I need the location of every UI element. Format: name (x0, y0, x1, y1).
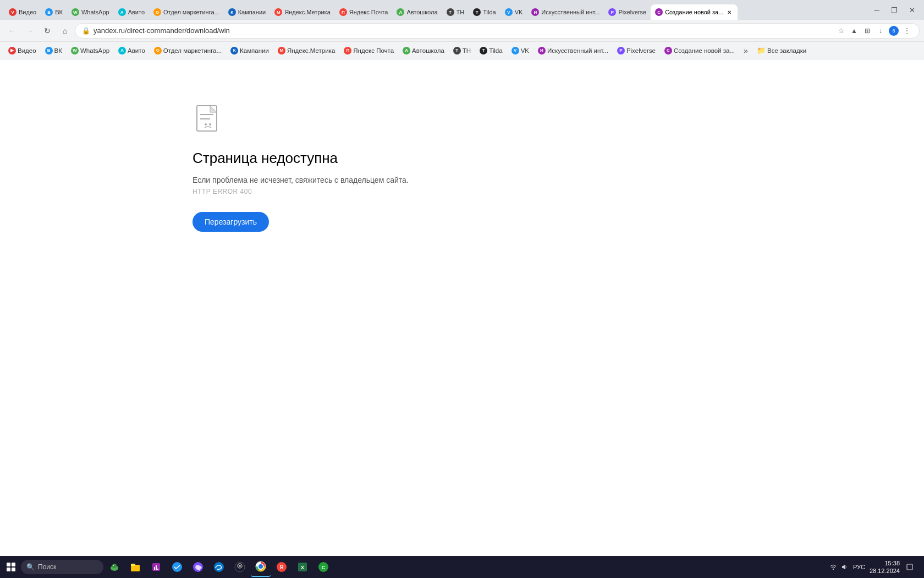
taskbar-app-turtle[interactable] (105, 557, 124, 577)
tab-close-active[interactable]: ✕ (725, 8, 733, 16)
error-container: Страница недоступна Если проблема не исч… (193, 103, 409, 232)
bookmark-favicon-video: ▶ (8, 47, 16, 54)
window-controls: ─ ❐ ✕ (869, 2, 920, 18)
tab-tilda[interactable]: T Tilda (469, 4, 500, 20)
download-icon[interactable]: ↓ (875, 25, 886, 36)
taskbar-app-explorer[interactable] (125, 557, 145, 577)
bookmark-label-metrika: Яндекс.Метрика (287, 47, 335, 54)
sber-icon: С (318, 561, 329, 572)
bookmark-tilda[interactable]: T Tilda (476, 45, 507, 57)
tab-vk2[interactable]: V VK (501, 4, 527, 20)
taskbar-apps: Я X С (105, 557, 823, 577)
back-button[interactable]: ← (4, 23, 20, 39)
tab-marketing[interactable]: О Отдел маркетинга... (149, 4, 224, 20)
tab-video[interactable]: V Видео (4, 4, 41, 20)
tab-whatsapp[interactable]: W WhatsApp (67, 4, 114, 20)
taskbar-app-viber[interactable] (188, 557, 208, 577)
tab-label-video: Видео (19, 9, 36, 15)
close-button[interactable]: ✕ (904, 2, 920, 18)
bookmark-video[interactable]: ▶ Видео (4, 45, 40, 57)
bookmark-vk[interactable]: В ВК (41, 45, 66, 57)
tab-label-vk: ВК (55, 9, 63, 15)
bookmark-pixelverse[interactable]: P Pixelverse (613, 45, 659, 57)
bookmark-favicon-whatsapp: W (71, 47, 79, 54)
svg-point-3 (205, 123, 207, 126)
language-indicator[interactable]: РУС (851, 564, 867, 570)
tab-pixelverse[interactable]: P Pixelverse (604, 4, 651, 20)
forward-button[interactable]: → (22, 23, 37, 39)
wifi-icon[interactable]: ▲ (849, 25, 860, 36)
minimize-button[interactable]: ─ (869, 2, 884, 18)
taskbar-app-chrome[interactable] (251, 557, 271, 577)
tab-list: V Видео В ВК W WhatsApp A Авито О Отдел … (4, 0, 868, 20)
steam-icon (234, 561, 245, 572)
bookmark-favicon-ai: И (538, 47, 546, 54)
tab-mail[interactable]: П Яндекс Почта (335, 4, 393, 20)
star-icon[interactable]: ☆ (835, 25, 846, 36)
profile-icon[interactable]: 6 (888, 25, 899, 36)
turtle-icon (108, 561, 120, 573)
bookmark-label-vk2: VK (521, 47, 529, 54)
address-bar[interactable]: 🔒 yandex.ru/direct-commander/download/wi… (75, 23, 920, 39)
extensions-icon[interactable]: ⊞ (862, 25, 873, 36)
tab-active[interactable]: С Создание новой за... ✕ (651, 4, 738, 20)
taskbar-search[interactable]: 🔍 Поиск (21, 560, 103, 574)
task-manager-icon (151, 561, 162, 572)
bookmark-mail[interactable]: П Яндекс Почта (340, 45, 398, 57)
restore-button[interactable]: ❐ (887, 2, 902, 18)
tab-campaigns[interactable]: К Кампании (224, 4, 271, 20)
taskbar-app-sber[interactable]: С (314, 557, 333, 577)
tab-label-autoshkola: Автошкола (406, 9, 437, 15)
tray-volume-icon[interactable] (840, 563, 849, 571)
bookmark-ai[interactable]: И Искусственный инт... (534, 45, 612, 57)
taskbar-app-task[interactable] (146, 557, 166, 577)
notification-button[interactable] (902, 559, 917, 575)
bookmark-whatsapp[interactable]: W WhatsApp (67, 45, 113, 57)
bookmark-autoshkola[interactable]: A Автошкола (399, 45, 448, 57)
tab-favicon-active: С (655, 8, 663, 16)
reload-page-button[interactable]: Перезагрузить (193, 212, 269, 232)
error-desc: Если проблема не исчезнет, свяжитесь с в… (193, 176, 409, 184)
tab-favicon-metrika: М (274, 8, 282, 16)
tab-vk[interactable]: В ВК (41, 4, 67, 20)
bookmark-marketing[interactable]: О Отдел маркетинга... (150, 45, 226, 57)
bookmarks-more-button[interactable]: » (740, 45, 752, 57)
svg-rect-9 (131, 564, 135, 566)
taskbar-app-yandex[interactable]: Я (272, 557, 292, 577)
tray-wifi-icon[interactable] (829, 563, 838, 571)
taskbar-app-telegram[interactable] (167, 557, 187, 577)
tab-th[interactable]: T TH (442, 4, 469, 20)
bookmark-metrika[interactable]: М Яндекс.Метрика (274, 45, 339, 57)
bookmark-label-autoshkola: Автошкола (412, 47, 444, 54)
taskbar-app-excel[interactable]: X (293, 557, 312, 577)
bookmark-sozdanie[interactable]: С Создание новой за... (661, 45, 739, 57)
tab-metrika[interactable]: М Яндекс.Метрика (270, 4, 335, 20)
taskbar-app-edge[interactable] (209, 557, 229, 577)
tray-clock[interactable]: 15:38 28.12.2024 (870, 559, 900, 575)
svg-text:Я: Я (279, 564, 283, 570)
taskbar-search-label: Поиск (38, 563, 56, 571)
bookmark-favicon-vk2: V (512, 47, 519, 54)
home-button[interactable]: ⌂ (57, 23, 73, 39)
taskbar-app-steam[interactable] (230, 557, 250, 577)
tab-ai[interactable]: И Искусственный инт... (527, 4, 604, 20)
bookmark-avito[interactable]: A Авито (114, 45, 149, 57)
bookmarks-bar: ▶ Видео В ВК W WhatsApp A Авито О Отдел … (0, 42, 924, 59)
bookmarks-folder[interactable]: 📁 Все закладки (753, 45, 810, 57)
tray-time-text: 15:38 (884, 559, 900, 567)
tab-label-whatsapp: WhatsApp (81, 9, 109, 15)
address-icons: ☆ ▲ ⊞ ↓ 6 ⋮ (835, 25, 912, 36)
bookmark-label-sozdanie: Создание новой за... (674, 47, 735, 54)
svg-point-28 (833, 569, 834, 570)
reload-button[interactable]: ↻ (40, 23, 55, 39)
bookmark-vk2[interactable]: V VK (508, 45, 533, 57)
svg-rect-12 (156, 565, 157, 570)
menu-icon[interactable]: ⋮ (901, 25, 912, 36)
bookmark-campaigns[interactable]: К Кампании (227, 45, 273, 57)
tab-avito[interactable]: A Авито (114, 4, 149, 20)
tab-autoshkola[interactable]: A Автошкола (392, 4, 442, 20)
viber-icon (193, 561, 204, 572)
start-button[interactable] (2, 558, 20, 576)
bookmark-th[interactable]: T TH (449, 45, 475, 57)
svg-point-19 (239, 565, 241, 567)
